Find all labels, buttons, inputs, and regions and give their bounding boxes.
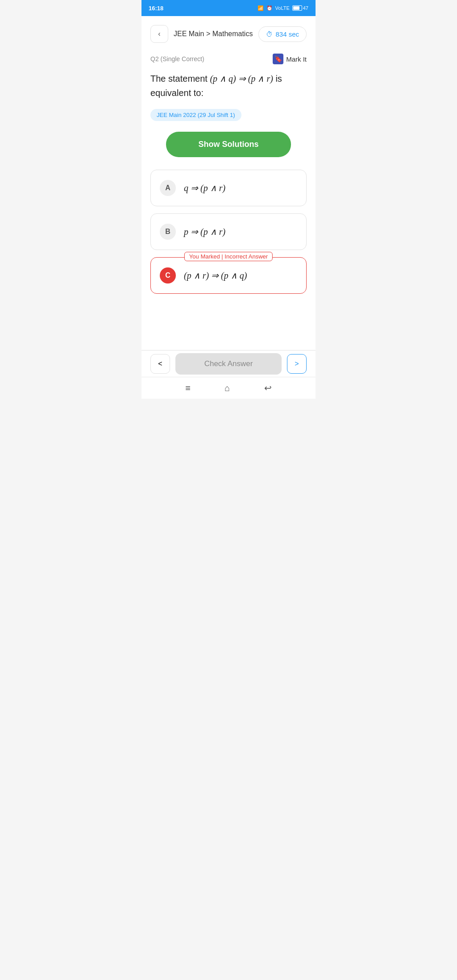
you-marked-badge: You Marked | Incorrect Answer (184, 252, 273, 261)
volte-label: VoLTE (275, 5, 290, 11)
question-label: Q2 (Single Correct) (150, 55, 204, 63)
timer-value: 834 sec (275, 30, 299, 38)
signal-icon: 📶 (258, 5, 264, 11)
status-icons: 📶 ⏰ VoLTE 47 (258, 5, 308, 11)
option-b-card[interactable]: B p ⇒ (p ∧ r) (150, 213, 307, 250)
option-c-letter: C (160, 267, 176, 284)
header-title: JEE Main > Mathematics (174, 30, 253, 38)
timer-button[interactable]: ⏱ 834 sec (258, 26, 307, 42)
status-time: 16:18 (149, 5, 163, 12)
option-c-text: (p ∧ r) ⇒ (p ∧ q) (184, 270, 247, 281)
main-content: ‹ JEE Main > Mathematics ⏱ 834 sec Q2 (S… (141, 16, 316, 350)
show-solutions-button[interactable]: Show Solutions (166, 132, 291, 157)
back-icon: ‹ (158, 30, 160, 38)
prev-icon: < (158, 360, 162, 368)
option-a-letter: A (160, 180, 176, 196)
prev-button[interactable]: < (150, 354, 170, 374)
option-b-letter: B (160, 224, 176, 240)
next-button[interactable]: > (287, 354, 307, 374)
battery-icon: 47 (292, 5, 308, 11)
option-b-text: p ⇒ (p ∧ r) (184, 226, 225, 237)
back-button[interactable]: ‹ (150, 25, 168, 43)
bottom-nav: < Check Answer > (141, 350, 316, 377)
header: ‹ JEE Main > Mathematics ⏱ 834 sec (150, 25, 307, 43)
back-nav-icon[interactable]: ↩ (264, 383, 272, 393)
timer-icon: ⏱ (266, 30, 273, 38)
home-icon[interactable]: ⌂ (224, 383, 230, 393)
question-text: The statement (p ∧ q) ⇒ (p ∧ r) is equiv… (150, 71, 307, 100)
mark-it-label: Mark It (286, 55, 307, 63)
mark-it-button[interactable]: 🔖 Mark It (273, 54, 307, 64)
system-nav: ≡ ⌂ ↩ (141, 377, 316, 399)
check-answer-button[interactable]: Check Answer (175, 353, 282, 375)
question-header: Q2 (Single Correct) 🔖 Mark It (150, 54, 307, 64)
option-a-card[interactable]: A q ⇒ (p ∧ r) (150, 170, 307, 206)
bookmark-icon: 🔖 (273, 54, 283, 64)
alarm-icon: ⏰ (266, 5, 273, 11)
check-answer-label: Check Answer (204, 359, 253, 368)
option-a-text: q ⇒ (p ∧ r) (184, 183, 225, 193)
show-solutions-label: Show Solutions (199, 140, 259, 149)
question-tag: JEE Main 2022 (29 Jul Shift 1) (150, 109, 241, 121)
option-c-card[interactable]: You Marked | Incorrect Answer C (p ∧ r) … (150, 257, 307, 294)
menu-icon[interactable]: ≡ (185, 383, 191, 393)
status-bar: 16:18 📶 ⏰ VoLTE 47 (141, 0, 316, 16)
next-icon: > (295, 360, 299, 368)
